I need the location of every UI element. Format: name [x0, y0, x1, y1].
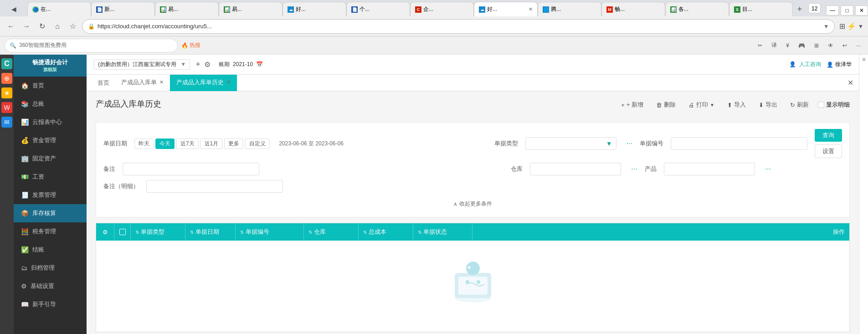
print-btn[interactable]: 🖨 打印 ▼: [685, 99, 718, 111]
hot-search[interactable]: 🔥 热搜: [181, 41, 200, 49]
header-checkbox[interactable]: [119, 229, 126, 235]
tab-count-badge[interactable]: 12: [808, 3, 821, 13]
translate-tool[interactable]: 译: [769, 41, 780, 49]
panel-close-btn[interactable]: ✕: [847, 78, 853, 87]
back-button[interactable]: ←: [5, 20, 17, 33]
tab-product-stock-close[interactable]: ✕: [159, 79, 164, 85]
col-gear[interactable]: ⚙: [96, 223, 114, 241]
scissors-tool[interactable]: ✂: [755, 42, 765, 49]
grid-icon[interactable]: ⊞: [839, 22, 845, 31]
sidebar-item-assets[interactable]: 🏢 固定资产: [14, 149, 87, 168]
strip-icon-4[interactable]: W: [1, 102, 12, 113]
col-type[interactable]: ⇅ 单据类型: [131, 223, 185, 241]
tab-product-stock-history-close[interactable]: ✕: [226, 79, 231, 85]
bookmark-btn[interactable]: ☆: [67, 20, 79, 33]
company-selector[interactable]: (勿删勿禁用）江西服宝测试专用 ▼: [94, 59, 190, 70]
minimize-btn[interactable]: —: [826, 5, 839, 15]
strip-icon-5[interactable]: ✉: [1, 117, 12, 128]
show-fields-checkbox[interactable]: [818, 102, 824, 108]
product-more-icon[interactable]: ···: [765, 165, 771, 173]
type-more-icon[interactable]: ···: [627, 139, 632, 148]
layout-tool[interactable]: ⊞: [812, 42, 822, 49]
sidebar-item-archive[interactable]: 🗂 归档管理: [14, 259, 87, 277]
col-cost[interactable]: ⇅ 总成本: [359, 223, 413, 241]
settings-gear-icon[interactable]: ⚙: [204, 60, 211, 69]
date-btn-today[interactable]: 今天: [155, 139, 175, 149]
remark-input[interactable]: [123, 163, 259, 175]
calendar-icon[interactable]: 📅: [256, 61, 263, 67]
strip-icon-3[interactable]: ★: [1, 87, 12, 98]
product-select[interactable]: [664, 163, 755, 175]
tab-10[interactable]: M 畅...: [601, 2, 665, 16]
tab-back-btn[interactable]: ◀: [7, 3, 20, 15]
sidebar-item-checkout[interactable]: ✅ 结账: [14, 241, 87, 259]
tab-3[interactable]: 📊 易...: [155, 2, 219, 16]
sidebar-item-report[interactable]: 📊 云报表中心: [14, 113, 87, 131]
sidebar-item-guide[interactable]: 📖 新手引导: [14, 295, 87, 313]
warehouse-more-icon[interactable]: ···: [631, 165, 637, 173]
restore-btn[interactable]: □: [841, 5, 853, 15]
breadcrumb-home[interactable]: 首页: [92, 79, 115, 87]
sidebar-item-tax[interactable]: 🧮 税务管理: [14, 222, 87, 241]
query-btn[interactable]: 查询: [815, 129, 842, 142]
tab-4[interactable]: 📊 易...: [219, 2, 282, 16]
refresh-content-btn[interactable]: ↻ 刷新: [786, 99, 812, 111]
address-bar[interactable]: 🔒 https://cloud.chanjet.com/accounting/u…: [82, 19, 835, 34]
tab-12[interactable]: S 目...: [729, 2, 793, 16]
tab-2[interactable]: 📄 新...: [91, 2, 155, 16]
date-btn-1month[interactable]: 近1月: [200, 139, 223, 149]
tab-1[interactable]: 🔵 在...: [27, 2, 91, 16]
sidebar-header[interactable]: 畅捷通好会计 旗舰版: [14, 55, 87, 77]
game-tool[interactable]: 🎮: [796, 42, 808, 49]
tab-7[interactable]: C 企...: [410, 2, 474, 16]
user-avatar[interactable]: 👤 徐泽华: [827, 61, 852, 68]
collapse-btn[interactable]: ∧ 收起更多条件: [451, 197, 495, 211]
dropdown-icon[interactable]: ▼: [858, 23, 863, 30]
undo-tool[interactable]: ↩: [840, 42, 850, 49]
date-btn-custom[interactable]: 自定义: [245, 139, 270, 149]
settings-btn[interactable]: 设置: [815, 144, 842, 158]
delete-btn[interactable]: 🗑 删除: [652, 99, 679, 111]
sidebar-item-home[interactable]: 🏠 首页: [14, 77, 87, 95]
refresh-browser-btn[interactable]: ↻: [36, 20, 48, 33]
search-box[interactable]: 🔍 360智能抠图免费用: [5, 39, 178, 52]
home-browser-btn[interactable]: ⌂: [51, 20, 64, 33]
tab-5[interactable]: ☁ 好...: [282, 2, 346, 16]
col-date[interactable]: ⇅ 单据日期: [185, 223, 236, 241]
new-tab-btn[interactable]: +: [793, 2, 806, 16]
type-select[interactable]: ▼: [525, 137, 616, 150]
service-btn[interactable]: 👤 人工咨询: [789, 61, 821, 68]
col-status[interactable]: ⇅ 单据状态: [413, 223, 473, 241]
new-btn[interactable]: + + 新增: [617, 99, 647, 111]
col-warehouse[interactable]: ⇅ 仓库: [304, 223, 359, 241]
export-btn[interactable]: ⬇ 导出: [755, 99, 781, 111]
tab-9[interactable]: 🌐 腾...: [538, 2, 601, 16]
warehouse-select[interactable]: [530, 163, 621, 175]
tab-8-close[interactable]: ✕: [529, 6, 533, 12]
tab-product-stock[interactable]: 产成品入库单 ✕: [115, 75, 170, 91]
eye-tool[interactable]: 👁: [825, 42, 836, 49]
lightning-icon[interactable]: ⚡: [847, 22, 856, 31]
add-btn[interactable]: +: [195, 60, 200, 69]
col-num[interactable]: ⇅ 单据编号: [236, 223, 304, 241]
close-btn[interactable]: ✕: [855, 5, 868, 15]
more-tool[interactable]: ···: [853, 42, 863, 49]
date-btn-yesterday[interactable]: 昨天: [134, 139, 154, 149]
tab-product-stock-history[interactable]: 产成品入库单历史 ✕: [170, 75, 237, 91]
number-input[interactable]: [671, 137, 807, 150]
tab-6[interactable]: 📄 个...: [346, 2, 410, 16]
sidebar-item-invoice[interactable]: 🧾 发票管理: [14, 186, 87, 204]
tab-8[interactable]: ☁ 好... ✕: [474, 2, 538, 16]
strip-icon-2[interactable]: ⊕: [1, 73, 12, 84]
import-btn[interactable]: ⬆ 导入: [724, 99, 750, 111]
date-btn-7days[interactable]: 近7天: [176, 139, 199, 149]
date-btn-more[interactable]: 更多: [224, 139, 243, 149]
right-panel-close-btn[interactable]: ✕: [861, 57, 867, 63]
sidebar-item-salary[interactable]: 💵 工资: [14, 168, 87, 186]
address-expand-icon[interactable]: ▼: [823, 23, 829, 30]
col-check[interactable]: [114, 223, 131, 241]
sidebar-item-settings[interactable]: ⚙ 基础设置: [14, 277, 87, 295]
yuan-tool[interactable]: ¥: [783, 42, 792, 49]
sidebar-item-inventory[interactable]: 📦 库存核算: [14, 204, 87, 222]
tab-11[interactable]: 📊 各...: [665, 2, 729, 16]
